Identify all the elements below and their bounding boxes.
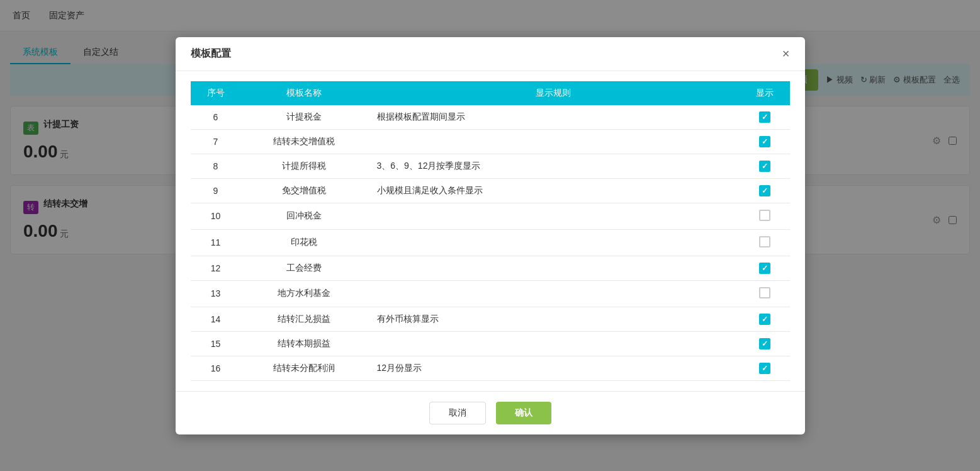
table-row: 10回冲税金	[191, 203, 790, 229]
row-checkbox-13[interactable]	[759, 287, 770, 298]
cell-checkbox	[740, 203, 790, 229]
cell-checkbox	[740, 154, 790, 178]
cell-name: 印花税	[241, 229, 367, 256]
cell-rule: 3、6、9、12月按季度显示	[367, 154, 740, 178]
dialog-footer: 取消 确认	[176, 391, 805, 434]
col-header-display: 显示	[740, 81, 790, 105]
cell-checkbox	[740, 280, 790, 307]
cell-id: 13	[191, 280, 241, 307]
cell-id: 10	[191, 203, 241, 229]
cell-rule	[367, 256, 740, 280]
cell-name: 计提税金	[241, 105, 367, 130]
confirm-button[interactable]: 确认	[496, 402, 551, 424]
cell-name: 工会经费	[241, 256, 367, 280]
col-header-rule: 显示规则	[367, 81, 740, 105]
table-row: 11印花税	[191, 229, 790, 256]
cell-name: 结转本期损益	[241, 331, 367, 356]
col-header-id: 序号	[191, 81, 241, 105]
row-checkbox-10[interactable]	[759, 210, 770, 221]
cell-rule	[367, 203, 740, 229]
cell-id: 9	[191, 178, 241, 203]
table-row: 14结转汇兑损益有外币核算显示	[191, 307, 790, 331]
cell-name: 结转汇兑损益	[241, 307, 367, 331]
table-header: 序号 模板名称 显示规则 显示	[191, 81, 790, 105]
dialog-body: 序号 模板名称 显示规则 显示 6计提税金根据模板配置期间显示7结转未交增值税8…	[176, 71, 805, 391]
cell-id: 11	[191, 229, 241, 256]
dialog-header: 模板配置 ×	[176, 37, 805, 71]
cell-rule	[367, 280, 740, 307]
row-checkbox-16[interactable]	[759, 363, 770, 374]
cell-id: 6	[191, 105, 241, 130]
table-row: 12工会经费	[191, 256, 790, 280]
row-checkbox-9[interactable]	[759, 185, 770, 196]
dialog-close-button[interactable]: ×	[782, 47, 790, 60]
cell-rule: 根据模板配置期间显示	[367, 105, 740, 130]
cell-rule: 小规模且满足收入条件显示	[367, 178, 740, 203]
cancel-button[interactable]: 取消	[429, 402, 486, 424]
cell-id: 12	[191, 256, 241, 280]
dialog-title: 模板配置	[191, 47, 231, 60]
cell-checkbox	[740, 307, 790, 331]
cell-id: 16	[191, 356, 241, 380]
table-row: 8计提所得税3、6、9、12月按季度显示	[191, 154, 790, 178]
cell-id: 14	[191, 307, 241, 331]
config-table: 序号 模板名称 显示规则 显示 6计提税金根据模板配置期间显示7结转未交增值税8…	[191, 81, 790, 381]
row-checkbox-12[interactable]	[759, 263, 770, 274]
table-body: 6计提税金根据模板配置期间显示7结转未交增值税8计提所得税3、6、9、12月按季…	[191, 105, 790, 381]
cell-name: 免交增值税	[241, 178, 367, 203]
cell-rule: 12月份显示	[367, 356, 740, 380]
cell-name: 计提所得税	[241, 154, 367, 178]
cell-id: 8	[191, 154, 241, 178]
cell-checkbox	[740, 105, 790, 130]
dialog-overlay: 模板配置 × 序号 模板名称 显示规则 显示 6计提税金根据模板配置期间显示7结…	[0, 0, 980, 471]
table-row: 13地方水利基金	[191, 280, 790, 307]
table-row: 16结转未分配利润12月份显示	[191, 356, 790, 380]
cell-id: 7	[191, 129, 241, 154]
table-row: 7结转未交增值税	[191, 129, 790, 154]
cell-checkbox	[740, 356, 790, 380]
cell-checkbox	[740, 178, 790, 203]
cell-rule	[367, 331, 740, 356]
row-checkbox-7[interactable]	[759, 136, 770, 147]
cell-rule: 有外币核算显示	[367, 307, 740, 331]
cell-name: 回冲税金	[241, 203, 367, 229]
table-row: 6计提税金根据模板配置期间显示	[191, 105, 790, 130]
table-row: 9免交增值税小规模且满足收入条件显示	[191, 178, 790, 203]
cell-rule	[367, 129, 740, 154]
cell-checkbox	[740, 256, 790, 280]
row-checkbox-8[interactable]	[759, 161, 770, 172]
cell-name: 地方水利基金	[241, 280, 367, 307]
cell-name: 结转未分配利润	[241, 356, 367, 380]
cell-checkbox	[740, 129, 790, 154]
template-config-dialog: 模板配置 × 序号 模板名称 显示规则 显示 6计提税金根据模板配置期间显示7结…	[176, 37, 805, 434]
row-checkbox-15[interactable]	[759, 338, 770, 349]
cell-id: 15	[191, 331, 241, 356]
table-row: 15结转本期损益	[191, 331, 790, 356]
col-header-name: 模板名称	[241, 81, 367, 105]
row-checkbox-11[interactable]	[759, 236, 770, 247]
row-checkbox-6[interactable]	[759, 111, 770, 123]
row-checkbox-14[interactable]	[759, 314, 770, 325]
cell-rule	[367, 229, 740, 256]
cell-checkbox	[740, 331, 790, 356]
cell-checkbox	[740, 229, 790, 256]
cell-name: 结转未交增值税	[241, 129, 367, 154]
